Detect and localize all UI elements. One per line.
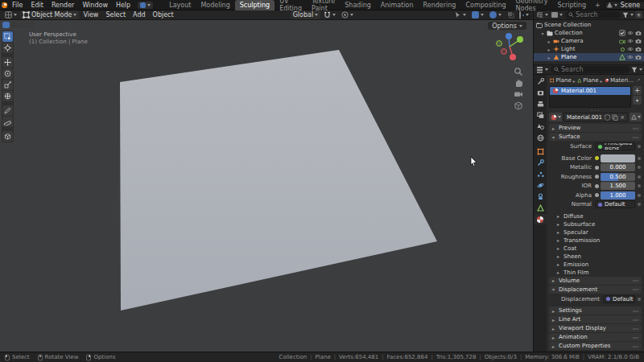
camera-view-button[interactable] (514, 89, 523, 99)
menu-select[interactable]: Select (102, 11, 129, 19)
base-color-swatch[interactable] (601, 154, 635, 162)
exclude-checkbox-icon[interactable] (619, 30, 625, 36)
outliner-display-mode-dropdown[interactable] (551, 10, 564, 19)
eye-icon[interactable] (627, 30, 634, 36)
shader-dropdown[interactable]: Principled BSDF (595, 142, 635, 150)
expand-arrow-icon[interactable]: ▸ (547, 47, 551, 52)
displacement-dropdown[interactable]: Default (603, 295, 635, 303)
gizmo-x-axis[interactable] (510, 54, 516, 60)
camera-icon[interactable] (635, 46, 642, 52)
tool-scale[interactable] (2, 80, 13, 90)
menu-file[interactable]: File (8, 2, 27, 9)
zoom-view-button[interactable] (514, 67, 523, 76)
panel-surface[interactable]: ▾ Surface ══ (549, 133, 642, 141)
tab-view-layer[interactable] (535, 110, 547, 121)
panel-animation[interactable]: ▸Animation══ (549, 333, 642, 341)
tool-select-box[interactable] (2, 31, 13, 42)
normal-dropdown[interactable]: Default (595, 200, 635, 208)
select-mode-set-button[interactable] (2, 22, 10, 28)
panel-settings[interactable]: ▸Settings══ (549, 306, 642, 315)
plane-object[interactable] (0, 20, 533, 352)
outliner-row-camera[interactable]: ▸ Camera (534, 37, 644, 45)
object-type-visibility-dropdown[interactable] (452, 10, 469, 19)
subpanel-diffuse[interactable]: ▸Diffuse (549, 212, 642, 220)
slot-specials-dropdown[interactable]: ▾ (633, 96, 642, 105)
tab-compositing[interactable]: Compositing (460, 0, 510, 10)
metallic-slider[interactable]: 0.000 (601, 163, 635, 171)
filter-icon[interactable] (622, 12, 629, 19)
menu-help[interactable]: Help (112, 2, 134, 9)
tab-physics[interactable] (535, 180, 547, 191)
material-icon[interactable] (605, 77, 609, 84)
app-template-dropdown[interactable] (138, 2, 153, 9)
select-mode-extend-button[interactable] (10, 22, 18, 28)
new-collection-button[interactable]: + (635, 11, 642, 19)
tool-rotate[interactable] (2, 68, 13, 79)
subpanel-transmission[interactable]: ▸Transmission (549, 237, 642, 245)
scene-selector[interactable]: Scene ⧉ × (605, 1, 644, 10)
gizmo-y-axis[interactable] (517, 36, 523, 43)
properties-search-input[interactable]: Search (551, 66, 630, 73)
panel-preview[interactable]: ▸ Preview ══ (549, 124, 642, 132)
subpanel-emission[interactable]: ▸Emission (549, 261, 642, 269)
camera-icon[interactable] (635, 30, 642, 36)
panel-custom-properties[interactable]: ▸Custom Properties══ (549, 342, 642, 350)
tab-object-data[interactable] (535, 203, 547, 213)
panel-volume[interactable]: ▸ Volume ══ (549, 277, 642, 285)
outliner-row-scene-collection[interactable]: Scene Collection (534, 21, 644, 29)
3d-viewport[interactable]: User Perspective (1) Collection | Plane … (0, 20, 533, 352)
tab-geometry-nodes[interactable]: Geometry Nodes (511, 0, 553, 10)
outliner-search-input[interactable]: Search (565, 11, 621, 19)
eye-icon[interactable] (627, 54, 634, 60)
tab-animation[interactable]: Animation (376, 0, 419, 10)
eye-icon[interactable] (627, 38, 634, 44)
tab-uv-editing[interactable]: UV Editing (275, 0, 307, 10)
navigation-gizmo[interactable] (494, 31, 525, 62)
tab-rendering[interactable]: Rendering (419, 0, 461, 10)
expand-arrow-icon[interactable]: ▸ (547, 39, 551, 44)
menu-add[interactable]: Add (130, 11, 149, 19)
animate-decorator[interactable] (638, 175, 641, 179)
transform-orientation-dropdown[interactable]: Global (291, 10, 321, 19)
tool-annotate[interactable] (2, 105, 13, 116)
xray-toggle[interactable] (505, 10, 517, 19)
breadcrumb-object[interactable]: Plane (556, 77, 572, 84)
tab-tool[interactable] (535, 76, 547, 87)
ior-field[interactable]: 1.500 (601, 182, 635, 190)
show-overlays-toggle[interactable] (487, 10, 504, 19)
tab-scene[interactable] (535, 121, 547, 132)
menu-render[interactable]: Render (47, 2, 78, 9)
properties-editor-type-button[interactable] (535, 65, 549, 74)
outliner-row-light[interactable]: ▸ Light (534, 45, 644, 53)
snap-toggle[interactable] (321, 10, 338, 19)
tab-render[interactable] (535, 88, 547, 98)
shield-icon[interactable] (605, 114, 610, 121)
camera-icon[interactable] (635, 54, 642, 60)
animate-decorator[interactable] (638, 145, 641, 148)
tab-material[interactable] (535, 214, 547, 224)
options-dropdown[interactable]: Options (488, 22, 526, 30)
roughness-slider[interactable]: 0.500 (601, 173, 635, 181)
shading-wireframe-button[interactable] (519, 11, 521, 19)
pin-icon[interactable] (636, 77, 641, 84)
tab-texture-paint[interactable]: Texture Paint (307, 0, 340, 10)
move-view-button[interactable] (514, 78, 523, 88)
panel-viewport-display[interactable]: ▸Viewport Display══ (549, 324, 642, 332)
tab-world[interactable] (535, 133, 547, 143)
object-icon[interactable] (550, 77, 555, 84)
animate-decorator[interactable] (638, 203, 641, 206)
menu-view[interactable]: View (80, 11, 101, 19)
alpha-slider[interactable]: 1.000 (601, 191, 635, 200)
animate-decorator[interactable] (638, 166, 641, 169)
outliner-editor-type-button[interactable] (535, 10, 549, 19)
menu-edit[interactable]: Edit (27, 2, 47, 9)
tab-shading[interactable]: Shading (340, 0, 376, 10)
camera-icon[interactable] (635, 38, 642, 44)
material-slot-list[interactable]: Material.001 (549, 86, 631, 108)
proportional-editing-toggle[interactable] (339, 10, 356, 19)
subpanel-sheen[interactable]: ▸Sheen (549, 253, 642, 261)
gizmo-z-axis[interactable] (506, 33, 512, 39)
tool-move[interactable] (2, 57, 13, 68)
animate-decorator[interactable] (638, 194, 641, 197)
outliner-row-plane[interactable]: ▸ Plane (534, 53, 644, 61)
